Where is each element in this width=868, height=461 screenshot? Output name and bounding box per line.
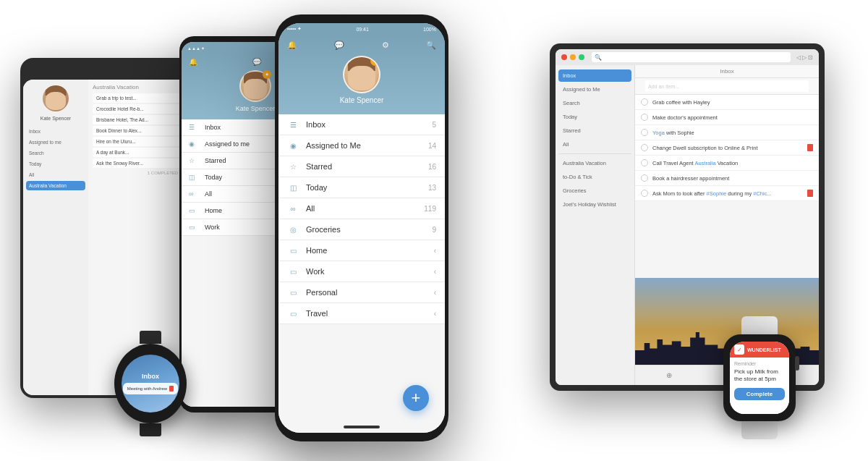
tl-nav-assigned[interactable]: Assigned to me — [26, 138, 85, 147]
pa-signal: ▲▲▲ ✦ — [187, 46, 205, 51]
tl-nav-vacation[interactable]: Australia Vacation — [26, 181, 85, 190]
watch-apple: ✓ WUNDERLIST Reminder Pick up Milk from … — [709, 316, 810, 447]
phone-status-time: 09:41 — [356, 27, 369, 32]
phone-nav-assigned[interactable]: ◉ Assigned to Me 14 — [278, 135, 445, 156]
tr-task-text-5: Call Travel Agent Australia Vacation — [652, 160, 813, 166]
tr-checkbox-2[interactable] — [641, 114, 648, 121]
pa-assigned-icon: ◉ — [189, 140, 199, 148]
pa-chat-icon: 💬 — [252, 58, 261, 66]
tr-nav-all[interactable]: All — [558, 138, 631, 151]
phone-search-icon[interactable]: 🔍 — [426, 41, 436, 50]
tr-nav-vacation[interactable]: Australia Vacation — [558, 157, 631, 169]
tr-checkbox-3[interactable] — [641, 129, 648, 136]
phone-fab[interactable]: + — [403, 385, 429, 411]
tl-nav-today[interactable]: Today — [26, 159, 85, 169]
phone-header-icons: 🔔 💬 ⚙ 🔍 — [287, 41, 436, 50]
tr-task-list: Grab coffee with Hayley Make doctor's ap… — [635, 95, 819, 278]
tr-dot-green — [579, 54, 584, 60]
tl-nav-all[interactable]: All — [26, 170, 85, 179]
tr-bottom-icon-1[interactable]: ⊕ — [666, 371, 672, 379]
phone-nav-work[interactable]: ▭ Work ‹ — [278, 261, 445, 282]
phone-status-right: 100% — [423, 27, 436, 32]
tr-task-7[interactable]: Ask Mom to look after #Sophie during my … — [635, 186, 819, 201]
phone-assigned-count: 14 — [428, 142, 436, 150]
tr-task-text-3: Yoga with Sophie — [652, 130, 813, 136]
tr-dot-red — [561, 54, 567, 60]
watch-app-header: ✓ WUNDERLIST — [730, 342, 789, 358]
phone-username: Kate Spencer — [340, 96, 384, 104]
phone-inbox-icon: ☰ — [287, 121, 299, 129]
tablet-left-username: Kate Spencer — [41, 116, 71, 121]
tr-nav-assigned[interactable]: Assigned to Me — [558, 83, 631, 96]
pa-today-icon: ◫ — [189, 174, 199, 181]
tr-task-2[interactable]: Make doctor's appointment — [635, 110, 819, 125]
phone-nav-all[interactable]: ∞ All 119 — [278, 198, 445, 219]
pa-inbox-icon: ☰ — [189, 124, 199, 131]
watch-apple-band-top — [741, 316, 778, 334]
phone-nav-starred[interactable]: ☆ Starred 16 — [278, 156, 445, 177]
tr-checkbox-4[interactable] — [641, 144, 648, 151]
phone-nav-home[interactable]: ▭ Home ‹ — [278, 240, 445, 261]
tl-nav-search[interactable]: Search — [26, 148, 85, 158]
watch-android-band-top — [140, 331, 161, 344]
tr-checkbox-1[interactable] — [641, 98, 648, 106]
watch-android-meeting-text: Meeting with Andrew — [127, 386, 167, 391]
watch-apple-band-bottom — [741, 421, 778, 439]
phone-starred-label: Starred — [306, 162, 428, 171]
tr-top-bar: 🔍 ◁ ▷ ⊡ — [556, 49, 819, 65]
tr-nav-inbox[interactable]: Inbox — [558, 69, 631, 82]
phone-travel-label: Travel — [306, 309, 434, 318]
pa-work-icon: ▭ — [189, 224, 199, 231]
phone-assigned-label: Assigned to Me — [306, 141, 428, 150]
phone-nav-personal[interactable]: ▭ Personal ‹ — [278, 282, 445, 303]
tr-nav-groceries[interactable]: Groceries — [558, 185, 631, 197]
watch-apple-screen: ✓ WUNDERLIST Reminder Pick up Milk from … — [730, 342, 789, 414]
tr-main-header: Inbox — [635, 65, 819, 78]
tr-task-6[interactable]: Book a hairdresser appointment — [635, 171, 819, 186]
pa-home-icon: ▭ — [189, 207, 199, 214]
tr-checkbox-6[interactable] — [641, 174, 648, 182]
tr-task-5[interactable]: Call Travel Agent Australia Vacation — [635, 156, 819, 171]
pa-username: Kate Spencer — [236, 105, 276, 112]
phone-all-count: 119 — [424, 205, 436, 213]
phone-nav-inbox[interactable]: ☰ Inbox 5 — [278, 114, 445, 135]
phone-chat-icon[interactable]: 💬 — [334, 41, 344, 50]
phone-nav-work-label: Work — [306, 267, 434, 276]
watch-app-title: WUNDERLIST — [747, 347, 781, 352]
phone-all-label: All — [306, 204, 424, 213]
tr-checkbox-5[interactable] — [641, 159, 648, 166]
phone-inbox-label: Inbox — [306, 120, 432, 129]
phone-travel-count: ‹ — [434, 310, 436, 318]
tr-checkbox-7[interactable] — [641, 190, 648, 197]
watch-android-meeting: Meeting with Andrew — [123, 383, 178, 394]
phone-screen: ••••• ✦ 09:41 100% 🔔 💬 ⚙ 🔍 ★ Kate Spence… — [278, 23, 445, 433]
tr-task-3[interactable]: Yoga with Sophie — [635, 125, 819, 140]
phone-personal-icon: ▭ — [287, 289, 299, 297]
phone-nav-today[interactable]: ◫ Today 13 — [278, 177, 445, 198]
tr-task-4[interactable]: Change Dwell subscription to Online & Pr… — [635, 140, 819, 156]
phone-home-label: Home — [306, 246, 434, 255]
phone-bell-icon[interactable]: 🔔 — [287, 41, 297, 50]
phone-status-left: ••••• ✦ — [287, 26, 302, 32]
phone-work-count: ‹ — [434, 268, 436, 276]
tr-nav-today[interactable]: Today — [558, 111, 631, 123]
pa-starred-icon: ☆ — [189, 157, 199, 164]
phone-work-folder-icon: ▭ — [287, 268, 299, 276]
tr-dot-yellow — [570, 54, 576, 60]
tr-nav-todo[interactable]: to-Do & Tick — [558, 171, 631, 183]
tl-nav-inbox[interactable]: Inbox — [26, 127, 85, 136]
phone-assigned-icon: ◉ — [287, 142, 299, 150]
phone-home-indicator — [344, 426, 380, 428]
phone-nav-travel[interactable]: ▭ Travel ‹ — [278, 303, 445, 324]
tr-add-input[interactable]: Add an item... — [645, 80, 809, 92]
watch-complete-btn[interactable]: Complete — [734, 388, 785, 400]
phone-settings-icon[interactable]: ⚙ — [382, 41, 389, 50]
tr-task-1[interactable]: Grab coffee with Hayley — [635, 95, 819, 110]
phone-groceries-icon: ◎ — [287, 226, 299, 234]
tr-task-flag-4 — [807, 144, 813, 151]
tr-nav-starred[interactable]: Starred — [558, 124, 631, 137]
tr-search-bar[interactable]: 🔍 — [592, 52, 791, 62]
phone-nav-groceries[interactable]: ◎ Groceries 9 — [278, 219, 445, 240]
tr-nav-wishlist[interactable]: Joel's Holiday Wishlist — [558, 198, 631, 211]
tr-nav-search[interactable]: Search — [558, 97, 631, 109]
